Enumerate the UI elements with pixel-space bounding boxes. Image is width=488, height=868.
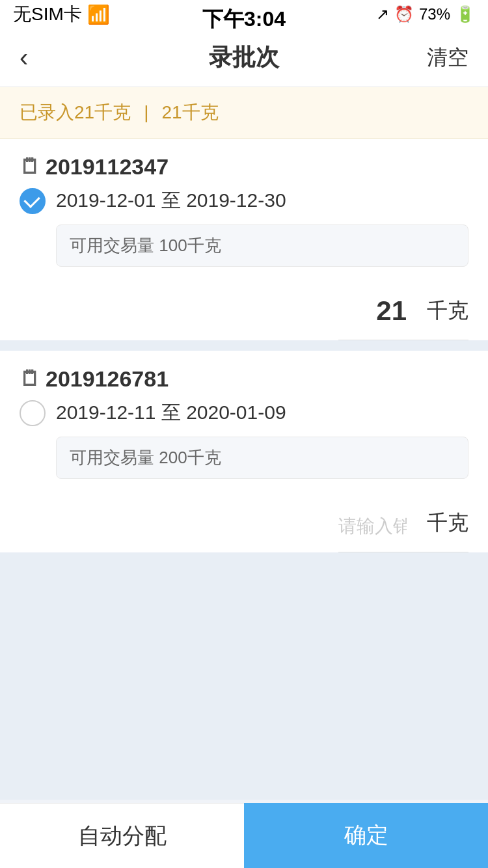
status-bar: 无SIM卡 📶 下午3:04 ↗ ⏰ 73% 🔋 xyxy=(0,0,488,29)
batch-quantity-row-1: 千克 xyxy=(0,282,488,340)
doc-icon-1: 🗒 xyxy=(20,155,40,179)
quantity-unit-1: 千克 xyxy=(427,297,468,325)
batch-id-1: 🗒 2019112347 xyxy=(20,154,169,180)
batch-id-text-1: 2019112347 xyxy=(46,154,169,180)
recorded-amount: 已录入21千克 xyxy=(20,100,131,125)
quantity-input-1[interactable] xyxy=(338,295,416,327)
batch-date-1: 2019-12-01 至 2019-12-30 xyxy=(56,187,286,214)
battery-text: 73% xyxy=(419,5,450,23)
page-title: 录批次 xyxy=(209,42,279,74)
batch-quantity-row-2: 千克 xyxy=(0,495,488,552)
back-button[interactable]: ‹ xyxy=(20,43,28,72)
confirm-button[interactable]: 确定 xyxy=(244,803,488,868)
wifi-icon: 📶 xyxy=(87,4,110,25)
batch-available-1: 可用交易量 100千克 xyxy=(56,224,468,267)
footer: 自动分配 确定 xyxy=(0,803,488,868)
quantity-input-2[interactable] xyxy=(338,508,416,539)
carrier-text: 无SIM卡 xyxy=(13,2,82,27)
info-banner: 已录入21千克 | 21千克 xyxy=(0,87,488,139)
batch-id-2: 🗒 2019126781 xyxy=(20,366,169,392)
batch-radio-1[interactable] xyxy=(20,188,46,214)
batch-date-row-1[interactable]: 2019-12-01 至 2019-12-30 xyxy=(20,187,468,214)
batch-header-2: 🗒 2019126781 xyxy=(20,366,468,392)
status-carrier: 无SIM卡 📶 xyxy=(13,2,110,27)
batch-available-2: 可用交易量 200千克 xyxy=(56,437,468,479)
batch-date-2: 2019-12-11 至 2020-01-09 xyxy=(56,400,286,426)
info-divider: | xyxy=(144,102,148,123)
auto-distribute-button[interactable]: 自动分配 xyxy=(0,803,244,868)
quantity-unit-2: 千克 xyxy=(427,509,468,537)
section-divider xyxy=(0,340,488,351)
bottom-area xyxy=(0,552,488,800)
batch-detail-2: 🗒 2019126781 2019-12-11 至 2020-01-09 可用交… xyxy=(0,351,488,495)
doc-icon-2: 🗒 xyxy=(20,367,40,391)
nav-bar: ‹ 录批次 清空 xyxy=(0,29,488,87)
status-right: ↗ ⏰ 73% 🔋 xyxy=(376,5,475,23)
batch-item-2: 🗒 2019126781 2019-12-11 至 2020-01-09 可用交… xyxy=(0,351,488,552)
batch-radio-2[interactable] xyxy=(20,400,46,426)
location-icon: ↗ xyxy=(376,5,389,23)
batch-item-1: 🗒 2019112347 2019-12-01 至 2019-12-30 可用交… xyxy=(0,139,488,340)
clear-button[interactable]: 清空 xyxy=(427,44,468,72)
alarm-icon: ⏰ xyxy=(394,5,414,23)
batch-detail-1: 🗒 2019112347 2019-12-01 至 2019-12-30 可用交… xyxy=(0,139,488,282)
status-time: 下午3:04 xyxy=(202,5,286,34)
batch-id-text-2: 2019126781 xyxy=(46,366,169,392)
battery-icon: 🔋 xyxy=(455,5,475,23)
batch-header-1: 🗒 2019112347 xyxy=(20,154,468,180)
batch-date-row-2[interactable]: 2019-12-11 至 2020-01-09 xyxy=(20,400,468,426)
total-amount: 21千克 xyxy=(161,100,218,125)
